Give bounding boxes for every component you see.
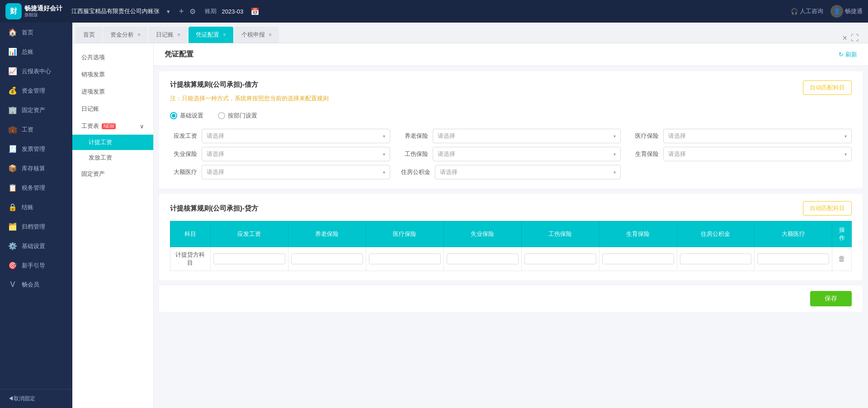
company-dropdown-icon[interactable]: ▾ [167,8,170,15]
sidebar-item-inventory[interactable]: 📦 库存核算 [0,159,72,178]
left-nav-accrual-salary[interactable]: 计提工资 [72,135,153,150]
sidebar-label-inventory: 库存核算 [22,164,45,173]
td-medical-input[interactable] [366,247,443,271]
left-nav-payroll-table[interactable]: 工资表 NEW ∨ [72,117,153,135]
debit-auto-match-button[interactable]: 自动匹配科目 [803,80,852,95]
left-nav-payroll-table-label: 工资表 [81,122,99,130]
left-nav-sales-invoice[interactable]: 销项发票 [72,66,153,83]
tab-tax-report-label: 个税申报 [241,31,265,39]
td-injury-input[interactable] [521,247,599,271]
field-housing-fund-select[interactable]: 请选择 ▾ [435,165,621,179]
field-large-medical: 大额医疗 请选择 ▾ [170,165,390,179]
input-injury[interactable] [524,253,596,264]
input-unemployment[interactable] [447,253,519,264]
field-pension-select[interactable]: 请选择 ▾ [433,129,621,143]
td-large-medical-input[interactable] [755,247,832,271]
cancel-fixed-button[interactable]: ◀取消固定 [0,389,72,408]
consult-button[interactable]: 🎧 人工咨询 [791,7,823,15]
sidebar-item-invoice[interactable]: 🧾 发票管理 [0,139,72,159]
td-salary-input[interactable] [210,247,288,271]
page-header: 凭证配置 ↻ 刷新 [154,43,868,66]
logo-icon: 财 [5,3,22,19]
tabbar: 首页 资金分析 × 日记账 × 凭证配置 × 个税申报 × × ⛶ [72,23,868,43]
input-housing[interactable] [680,253,752,264]
left-nav-pay-salary[interactable]: 发放工资 [72,150,153,165]
field-injury: 工伤保险 请选择 ▾ [401,147,621,161]
tab-journal[interactable]: 日记账 × [149,27,188,43]
headset-icon: 🎧 [791,8,798,15]
sidebar-label-basic: 基础设置 [22,242,45,250]
tab-tax-report-close[interactable]: × [269,32,272,38]
field-large-medical-arrow: ▾ [383,170,385,175]
tab-voucher-config[interactable]: 凭证配置 × [189,27,233,43]
td-pension-input[interactable] [288,247,366,271]
settings-icon[interactable]: ⚙ [189,7,196,16]
td-birth-input[interactable] [599,247,677,271]
sidebar-item-tax[interactable]: 📋 税务管理 [0,178,72,197]
sidebar-item-home[interactable]: 🏠 首页 [0,23,72,42]
tab-capital-analysis[interactable]: 资金分析 × [103,27,148,43]
input-salary[interactable] [213,253,285,264]
sidebar-bottom: ◀取消固定 [0,389,72,408]
input-medical[interactable] [369,253,441,264]
radio-basic-setup[interactable]: 基础设置 [170,112,203,120]
sidebar-item-vip[interactable]: V 畅会员 [0,275,72,294]
add-button[interactable]: + [179,7,184,16]
field-salary-label: 应发工资 [170,132,197,140]
window-expand-icon[interactable]: ⛶ [851,33,859,43]
topbar: 财 畅捷通好会计 旗舰版 江西服宝精品有限责任公司内账张 ▾ + ⚙ 账期 20… [0,0,868,23]
th-injury: 工伤保险 [521,221,599,247]
sidebar-item-basic[interactable]: ⚙️ 基础设置 [0,236,72,256]
user-menu[interactable]: 👤 畅捷通 [830,5,863,18]
sidebar-item-salary[interactable]: 💼 工资 [0,120,72,139]
table-header-row: 科目 应发工资 养老保险 医疗保险 失业保险 工伤保险 生育保险 住房公积金 大… [170,221,852,247]
archive-icon: 🗂️ [8,222,17,231]
window-close-icon[interactable]: × [842,33,847,43]
sidebar-item-close[interactable]: 🔒 结账 [0,197,72,217]
sidebar-item-archive[interactable]: 🗂️ 归档管理 [0,217,72,236]
field-housing-fund: 住房公积金 请选择 ▾ [401,165,621,179]
new-badge: NEW [102,123,116,129]
sidebar-item-asset[interactable]: 🏢 固定资产 [0,100,72,120]
field-unemployment-placeholder: 请选择 [207,150,224,158]
sidebar-label-salary: 工资 [22,126,33,134]
vip-icon: V [8,281,17,289]
input-pension[interactable] [291,253,363,264]
sidebar-item-capital[interactable]: 💰 资金管理 [0,81,72,100]
radio-department-setup[interactable]: 按部门设置 [218,112,257,120]
tab-voucher-config-close[interactable]: × [223,32,226,38]
save-button[interactable]: 保存 [810,291,852,306]
debit-radio-group: 基础设置 按部门设置 [170,112,852,120]
td-housing-input[interactable] [677,247,755,271]
tab-tax-report[interactable]: 个税申报 × [234,27,279,43]
topbar-right: 🎧 人工咨询 👤 畅捷通 [791,5,863,18]
th-housing: 住房公积金 [677,221,755,247]
company-name: 江西服宝精品有限责任公司内账张 [71,7,160,15]
input-large-medical[interactable] [757,253,829,264]
td-unemployment-input[interactable] [443,247,521,271]
left-nav-purchase-invoice[interactable]: 进项发票 [72,83,153,100]
refresh-button[interactable]: ↻ 刷新 [839,51,857,59]
field-unemployment-select[interactable]: 请选择 ▾ [202,147,390,161]
calendar-icon[interactable]: 📅 [250,7,259,16]
field-birth-select[interactable]: 请选择 ▾ [663,147,852,161]
sidebar-item-report[interactable]: 📈 云报表中心 [0,61,72,81]
td-delete[interactable]: 🗑 [832,247,852,271]
delete-icon[interactable]: 🗑 [838,255,845,263]
left-nav-journal[interactable]: 日记账 [72,100,153,117]
field-large-medical-select[interactable]: 请选择 ▾ [202,165,390,179]
sidebar-item-ledger[interactable]: 📊 总账 [0,42,72,61]
field-injury-select[interactable]: 请选择 ▾ [433,147,621,161]
left-nav-fixed-asset[interactable]: 固定资产 [72,165,153,183]
left-nav-public-options[interactable]: 公共选项 [72,49,153,66]
sidebar-item-guide[interactable]: 🎯 新手引导 [0,256,72,275]
credit-auto-match-button[interactable]: 自动匹配科目 [803,201,852,216]
field-medical-select[interactable]: 请选择 ▾ [663,129,852,143]
field-injury-arrow: ▾ [613,152,616,157]
field-pension-label: 养老保险 [401,132,428,140]
input-birth[interactable] [602,253,674,264]
tab-journal-close[interactable]: × [177,32,180,38]
field-salary-select[interactable]: 请选择 ▾ [202,129,390,143]
tab-capital-analysis-close[interactable]: × [137,32,141,38]
tab-home[interactable]: 首页 [76,27,102,43]
